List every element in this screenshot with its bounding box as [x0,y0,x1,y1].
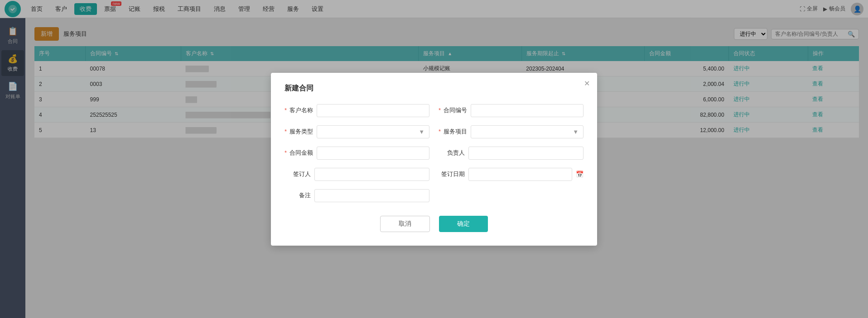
contract-amount-input[interactable]: 0.00 [317,147,429,160]
contract-amount-label: * 合同金额 [285,149,313,157]
form-row-1: * 客户名称 * 合同编号 [285,104,583,117]
remark-spacer [439,189,583,202]
modal-footer: 取消 确定 [285,216,583,232]
chevron-down-icon: ▼ [419,128,424,135]
contract-no-input[interactable] [471,104,583,117]
service-item-select[interactable]: ▼ [471,125,583,138]
form-group-signatory: 签订人 [285,168,429,181]
remark-input[interactable] [314,189,429,202]
form-row-3: * 合同金额 0.00 负责人 [285,147,583,160]
modal-overlay: 新建合同 ✕ * 客户名称 * 合同编号 [0,0,868,318]
form-group-amount: * 合同金额 0.00 [285,147,429,160]
cancel-button[interactable]: 取消 [380,216,430,232]
remark-label: 备注 [285,191,311,199]
modal-title: 新建合同 [285,84,583,93]
service-type-label: * 服务类型 [285,128,313,136]
contract-no-label: * 合同编号 [439,106,467,114]
sign-date-input[interactable]: 2023-06-06 [468,168,572,181]
customer-name-label: * 客户名称 [285,106,313,114]
chevron-down-icon2: ▼ [573,128,579,135]
signatory-input[interactable] [314,168,429,181]
customer-name-input[interactable] [317,104,429,117]
signatory-label: 签订人 [285,170,311,178]
responsible-person-label: 负责人 [439,149,465,157]
form-row-2: * 服务类型 ▼ * 服务项目 ▼ [285,125,583,138]
modal-close-button[interactable]: ✕ [584,79,590,88]
form-group-customer-name: * 客户名称 [285,104,429,117]
form-group-service-type: * 服务类型 ▼ [285,125,429,138]
service-item-label: * 服务项目 [439,128,467,136]
responsible-person-input[interactable] [468,147,583,160]
modal: 新建合同 ✕ * 客户名称 * 合同编号 [271,73,597,246]
form-group-remark: 备注 [285,189,429,202]
sign-date-label: 签订日期 [439,170,465,178]
form-row-5: 备注 [285,189,583,202]
confirm-button[interactable]: 确定 [439,216,488,232]
form-group-service-item: * 服务项目 ▼ [439,125,583,138]
service-type-select[interactable]: ▼ [317,125,429,138]
form-group-contract-no: * 合同编号 [439,104,583,117]
form-row-4: 签订人 签订日期 2023-06-06 📅 [285,168,583,181]
form-group-responsible: 负责人 [439,147,583,160]
calendar-icon[interactable]: 📅 [576,171,583,178]
form-group-sign-date: 签订日期 2023-06-06 📅 [439,168,583,181]
